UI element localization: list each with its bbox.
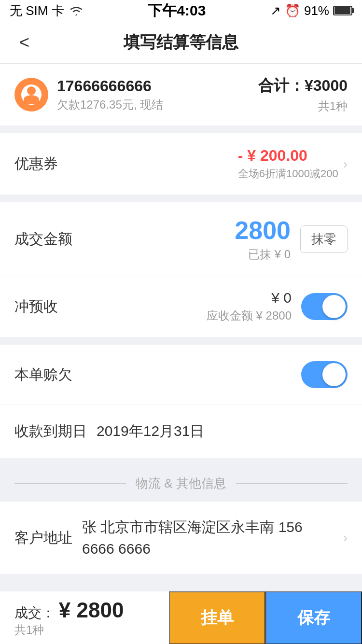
transaction-amount: 2800 <box>235 216 291 245</box>
address-chevron-icon: › <box>343 530 348 546</box>
toggle-knob <box>322 295 346 318</box>
prepayment-right: ¥ 0 应收金额 ¥ 2800 <box>207 290 348 323</box>
prepayment-amount: ¥ 0 <box>207 290 292 306</box>
logistics-divider: 物流 & 其他信息 <box>0 465 362 502</box>
page-title: 填写结算等信息 <box>124 31 238 54</box>
debit-toggle[interactable] <box>301 361 348 388</box>
address-value: 张 北京市市辖区海淀区永丰南 156 6666 6666 <box>82 516 338 560</box>
total-count: 共1种 <box>258 98 348 114</box>
prepayment-values: ¥ 0 应收金额 ¥ 2800 <box>207 290 292 323</box>
transaction-section: 成交金额 2800 已抹 ¥ 0 抹零 冲预收 ¥ 0 应收金额 ¥ 2800 <box>0 202 362 337</box>
prepayment-row: 冲预收 ¥ 0 应收金额 ¥ 2800 <box>0 276 362 337</box>
customer-left: 17666666666 欠款1276.35元, 现结 <box>14 77 163 112</box>
address-row[interactable]: 客户地址 张 北京市市辖区海淀区永丰南 156 6666 6666 › <box>0 502 362 574</box>
customer-totals: 合计：¥3000 共1种 <box>258 75 348 114</box>
total-amount: 合计：¥3000 <box>258 75 348 97</box>
customer-debt: 欠款1276.35元, 现结 <box>57 97 163 112</box>
coupon-discount: - ¥ 200.00 <box>238 147 338 165</box>
debit-section: 本单赊欠 收款到期日 2019年12月31日 <box>0 345 362 458</box>
status-time: 下午4:03 <box>148 1 206 21</box>
customer-card: 17666666666 欠款1276.35元, 现结 合计：¥3000 共1种 <box>0 64 362 126</box>
clock-icon: ⏰ <box>285 3 300 18</box>
coupon-right: - ¥ 200.00 全场6折满1000减200 › <box>238 147 348 181</box>
prepayment-sub: 应收金额 ¥ 2800 <box>207 308 292 323</box>
back-button[interactable]: < <box>14 28 34 57</box>
bottom-total-amount: ¥ 2800 <box>59 598 124 622</box>
status-left: 无 SIM 卡 <box>10 2 84 19</box>
coupon-chevron-icon: › <box>343 156 348 172</box>
round-zero-button[interactable]: 抹零 <box>300 225 348 253</box>
hang-order-button[interactable]: 挂单 <box>169 591 265 644</box>
logistics-line-right <box>236 483 348 484</box>
status-bar: 无 SIM 卡 下午4:03 ↗ ⏰ 91% <box>0 0 362 21</box>
customer-phone: 17666666666 <box>57 77 163 95</box>
logistics-line-left <box>14 483 126 484</box>
location-icon: ↗ <box>270 3 281 18</box>
battery-icon <box>333 6 352 15</box>
status-right: ↗ ⏰ 91% <box>270 3 352 18</box>
coupon-label: 优惠券 <box>14 154 58 174</box>
transaction-right: 2800 已抹 ¥ 0 抹零 <box>235 216 348 262</box>
transaction-amount-row: 成交金额 2800 已抹 ¥ 0 抹零 <box>0 202 362 276</box>
logistics-text: 物流 & 其他信息 <box>136 475 226 492</box>
bottom-bar: 成交： ¥ 2800 共1种 挂单 保存 <box>0 591 362 644</box>
debit-toggle-knob <box>322 363 346 386</box>
coupon-desc: 全场6折满1000减200 <box>238 167 338 181</box>
due-date-label: 收款到期日 <box>14 421 87 441</box>
main-content: 17666666666 欠款1276.35元, 现结 合计：¥3000 共1种 … <box>0 64 362 644</box>
due-date-row: 收款到期日 2019年12月31日 <box>0 405 362 458</box>
battery-percent: 91% <box>304 3 329 18</box>
bottom-summary: 成交： ¥ 2800 共1种 <box>0 598 169 638</box>
avatar-icon <box>21 84 42 105</box>
save-button[interactable]: 保存 <box>265 591 362 644</box>
transaction-sub: 已抹 ¥ 0 <box>235 247 291 262</box>
debit-row: 本单赊欠 <box>0 345 362 405</box>
carrier-text: 无 SIM 卡 <box>10 2 64 19</box>
address-label: 客户地址 <box>14 528 72 548</box>
debit-label: 本单赊欠 <box>14 365 72 385</box>
due-date-value: 2019年12月31日 <box>97 421 204 441</box>
bottom-count: 共1种 <box>14 622 154 638</box>
prepayment-label: 冲预收 <box>14 297 58 317</box>
wifi-icon <box>69 5 84 16</box>
transaction-label: 成交金额 <box>14 229 72 249</box>
avatar <box>14 78 48 112</box>
coupon-row[interactable]: 优惠券 - ¥ 200.00 全场6折满1000减200 › <box>0 133 362 195</box>
customer-info: 17666666666 欠款1276.35元, 现结 <box>57 77 163 112</box>
prepayment-toggle[interactable] <box>301 293 348 320</box>
nav-bar: < 填写结算等信息 <box>0 21 362 64</box>
bottom-total-label: 成交： <box>14 605 55 620</box>
